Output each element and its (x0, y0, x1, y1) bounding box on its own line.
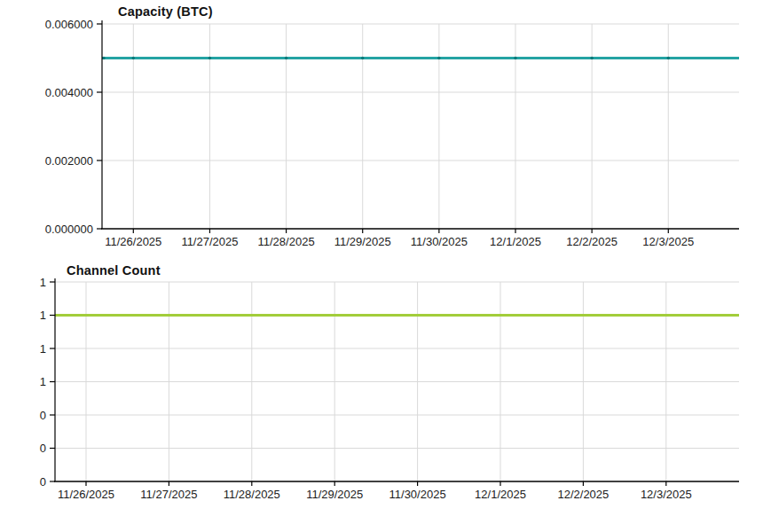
data-point-marker (102, 57, 105, 59)
x-tick-label: 11/30/2025 (389, 488, 446, 501)
y-tick-label: 1 (40, 375, 46, 388)
x-tick-label: 11/27/2025 (181, 235, 238, 248)
x-tick-label: 11/27/2025 (140, 488, 197, 501)
x-tick-label: 12/1/2025 (475, 488, 526, 501)
y-tick-label: 0.004000 (45, 86, 93, 99)
data-point-marker (132, 57, 135, 59)
x-tick-label: 11/28/2025 (224, 488, 280, 501)
data-point-marker (285, 57, 287, 59)
y-tick-label: 1 (40, 342, 46, 356)
capacity-chart-title: Capacity (BTC) (118, 4, 213, 19)
channel-count-chart: 111100011/26/202511/27/202511/28/202511/… (40, 276, 739, 502)
y-tick-label: 0.002000 (45, 154, 93, 168)
capacity-chart: 0.0060000.0040000.0020000.00000011/26/20… (45, 18, 739, 249)
data-point-marker (514, 57, 516, 59)
x-tick-label: 12/1/2025 (490, 235, 541, 248)
data-point-marker (590, 57, 593, 59)
x-tick-label: 11/29/2025 (334, 235, 391, 248)
x-tick-label: 11/26/2025 (105, 235, 161, 248)
y-tick-label: 0 (40, 475, 46, 489)
y-tick-label: 1 (40, 276, 46, 289)
x-tick-label: 11/29/2025 (306, 488, 363, 501)
y-tick-label: 0 (40, 409, 46, 422)
x-tick-label: 12/3/2025 (641, 488, 692, 501)
x-tick-label: 12/2/2025 (557, 488, 609, 501)
x-tick-label: 12/3/2025 (642, 235, 694, 248)
data-point-marker (437, 57, 440, 59)
x-tick-label: 11/26/2025 (58, 488, 114, 501)
y-tick-label: 0.006000 (45, 18, 93, 31)
y-tick-label: 0.000000 (45, 223, 93, 236)
y-tick-label: 0 (40, 442, 46, 455)
x-tick-label: 11/30/2025 (411, 235, 468, 248)
channel-count-chart-title: Channel Count (67, 263, 161, 278)
data-point-marker (361, 57, 364, 59)
x-tick-label: 12/2/2025 (566, 235, 617, 248)
data-point-marker (667, 57, 670, 59)
x-tick-label: 11/28/2025 (258, 235, 315, 248)
y-tick-label: 1 (40, 309, 46, 322)
data-point-marker (208, 57, 211, 59)
lightning-node-stats-panel: 0.0060000.0040000.0020000.00000011/26/20… (0, 0, 763, 532)
